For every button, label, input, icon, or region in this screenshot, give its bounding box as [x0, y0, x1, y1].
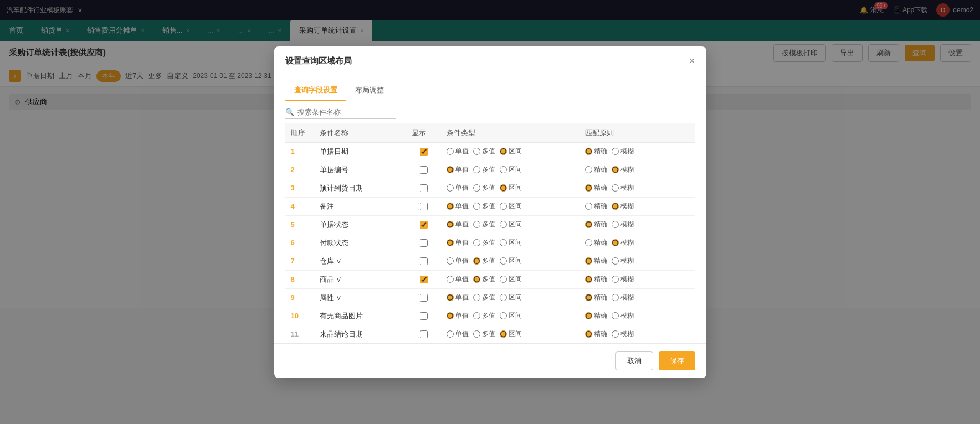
type-radio[interactable]	[473, 184, 480, 192]
match-radio[interactable]	[585, 294, 592, 301]
type-radio[interactable]	[447, 166, 454, 173]
type-radio[interactable]	[447, 203, 454, 210]
type-radio-label[interactable]: 区间	[500, 238, 522, 247]
type-radio-label[interactable]: 多值	[473, 147, 495, 156]
type-radio-label[interactable]: 区间	[500, 220, 522, 229]
type-radio-label[interactable]: 单值	[447, 165, 469, 174]
match-radio-label[interactable]: 模糊	[612, 201, 634, 211]
type-radio-label[interactable]: 区间	[500, 183, 522, 193]
modal-close-button[interactable]: ×	[689, 55, 695, 67]
match-radio-label[interactable]: 精确	[585, 183, 607, 193]
type-radio[interactable]	[473, 148, 480, 155]
type-radio-label[interactable]: 区间	[500, 165, 522, 174]
type-radio-label[interactable]: 单值	[447, 256, 469, 266]
search-input[interactable]	[297, 108, 396, 116]
type-radio-label[interactable]: 多值	[473, 275, 495, 284]
match-radio-label[interactable]: 精确	[585, 147, 607, 156]
match-radio[interactable]	[612, 166, 619, 173]
type-radio-label[interactable]: 多值	[473, 256, 495, 266]
type-radio-label[interactable]: 单值	[447, 238, 469, 247]
show-checkbox[interactable]	[420, 184, 428, 192]
type-radio[interactable]	[473, 294, 480, 301]
match-radio-label[interactable]: 精确	[585, 165, 607, 174]
match-radio[interactable]	[612, 257, 619, 265]
type-radio[interactable]	[500, 184, 507, 192]
show-checkbox[interactable]	[420, 166, 428, 174]
show-checkbox[interactable]	[420, 294, 428, 302]
show-checkbox[interactable]	[420, 148, 428, 156]
type-radio-label[interactable]: 单值	[447, 220, 469, 229]
type-radio-label[interactable]: 单值	[447, 275, 469, 284]
match-radio-label[interactable]: 模糊	[612, 256, 634, 266]
type-radio[interactable]	[447, 276, 454, 283]
type-radio-label[interactable]: 多值	[473, 238, 495, 247]
type-radio[interactable]	[473, 203, 480, 210]
match-radio-label[interactable]: 精确	[585, 293, 607, 302]
match-radio[interactable]	[585, 166, 592, 173]
match-radio[interactable]	[612, 148, 619, 155]
match-radio[interactable]	[612, 239, 619, 246]
type-radio[interactable]	[447, 148, 454, 155]
match-radio-label[interactable]: 精确	[585, 238, 607, 247]
match-radio[interactable]	[612, 203, 619, 210]
match-radio[interactable]	[585, 276, 592, 283]
match-radio[interactable]	[585, 184, 592, 192]
type-radio[interactable]	[473, 166, 480, 173]
type-radio-label[interactable]: 区间	[500, 275, 522, 284]
show-checkbox[interactable]	[420, 257, 428, 265]
type-radio[interactable]	[473, 239, 480, 246]
match-radio-label[interactable]: 模糊	[612, 183, 634, 193]
type-radio[interactable]	[473, 276, 480, 283]
type-radio-label[interactable]: 多值	[473, 293, 495, 302]
type-radio[interactable]	[447, 239, 454, 246]
match-radio[interactable]	[585, 148, 592, 155]
type-radio-label[interactable]: 区间	[500, 256, 522, 266]
match-radio[interactable]	[585, 203, 592, 210]
match-radio[interactable]	[612, 294, 619, 301]
match-radio-label[interactable]: 模糊	[612, 165, 634, 174]
type-radio-label[interactable]: 多值	[473, 201, 495, 211]
type-radio-label[interactable]: 单值	[447, 147, 469, 156]
type-radio[interactable]	[500, 276, 507, 283]
type-radio[interactable]	[447, 221, 454, 228]
match-radio-label[interactable]: 模糊	[612, 147, 634, 156]
type-radio[interactable]	[500, 166, 507, 173]
type-radio[interactable]	[500, 221, 507, 228]
type-radio-label[interactable]: 单值	[447, 183, 469, 193]
match-radio[interactable]	[612, 276, 619, 283]
show-checkbox[interactable]	[420, 276, 428, 283]
match-radio[interactable]	[585, 221, 592, 228]
type-radio[interactable]	[447, 184, 454, 192]
match-radio-label[interactable]: 模糊	[612, 238, 634, 247]
show-checkbox[interactable]	[420, 221, 428, 229]
type-radio-label[interactable]: 单值	[447, 293, 469, 302]
type-radio-label[interactable]: 多值	[473, 220, 495, 229]
match-radio[interactable]	[585, 239, 592, 246]
type-radio[interactable]	[500, 239, 507, 246]
show-checkbox[interactable]	[420, 239, 428, 247]
match-radio-label[interactable]: 精确	[585, 275, 607, 284]
match-radio-label[interactable]: 模糊	[612, 220, 634, 229]
modal-tab-layout-adjust[interactable]: 布局调整	[346, 81, 393, 101]
type-radio-label[interactable]: 区间	[500, 201, 522, 211]
match-radio[interactable]	[612, 221, 619, 228]
type-radio-label[interactable]: 多值	[473, 165, 495, 174]
match-radio-label[interactable]: 模糊	[612, 293, 634, 302]
type-radio[interactable]	[447, 294, 454, 301]
show-checkbox[interactable]	[420, 203, 428, 210]
type-radio-label[interactable]: 区间	[500, 293, 522, 302]
match-radio[interactable]	[612, 184, 619, 192]
modal-tab-query-fields[interactable]: 查询字段设置	[285, 81, 346, 101]
type-radio-label[interactable]: 多值	[473, 183, 495, 193]
type-radio-label[interactable]: 单值	[447, 201, 469, 211]
type-radio-label[interactable]: 区间	[500, 147, 522, 156]
type-radio[interactable]	[500, 294, 507, 301]
match-radio-label[interactable]: 精确	[585, 201, 607, 211]
type-radio[interactable]	[473, 221, 480, 228]
match-radio-label[interactable]: 模糊	[612, 275, 634, 284]
match-radio[interactable]	[585, 257, 592, 265]
type-radio[interactable]	[500, 257, 507, 265]
type-radio[interactable]	[473, 257, 480, 265]
match-radio-label[interactable]: 精确	[585, 256, 607, 266]
type-radio[interactable]	[500, 148, 507, 155]
